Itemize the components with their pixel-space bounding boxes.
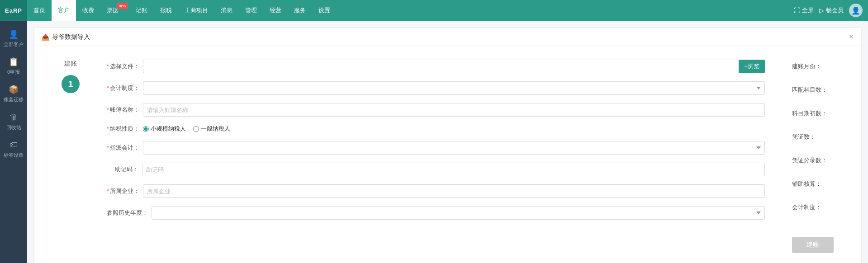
match-subjects-row: 匹配科目数： <box>792 83 834 97</box>
assign-accountant-label: *指派会计： <box>107 144 139 152</box>
panel-header: 📤 导爷数据导入 <box>34 28 861 46</box>
right-fields: 建账月份： 匹配科目数： 科目期初数： 凭证数： <box>792 60 834 214</box>
form-left: *选择文件： +浏览 *会计制度： <box>107 60 765 253</box>
nav-item-account[interactable]: 记账 <box>129 0 154 21</box>
reference-year-label: 参照历史年度： <box>107 209 148 217</box>
file-select-row: *选择文件： +浏览 <box>107 60 765 73</box>
logo-text: EaRP <box>5 7 22 14</box>
radio-small-taxpayer[interactable]: 小规模纳税人 <box>143 125 186 133</box>
member-button[interactable]: ▷ 畅会员 <box>819 6 844 14</box>
nav-item-home[interactable]: 首页 <box>27 0 52 21</box>
import-panel: 📤 导爷数据导入 × 建账 1 *选择文件： <box>34 28 861 263</box>
build-month-label: 建账月份： <box>792 62 821 70</box>
aux-accounting-row: 辅助核算： <box>792 177 834 191</box>
nav-item-charge[interactable]: 收费 <box>76 0 100 21</box>
main-layout: 👤 全部客户 📋 0申报 📦 账套迁移 🗑 回收站 🏷 标签设置 📤 导爷数据导… <box>0 21 868 263</box>
step-label: 建账 <box>64 60 77 68</box>
import-icon: 📤 <box>42 33 49 41</box>
new-badge: new <box>117 3 128 9</box>
tax-radio-group: 小规模纳税人 一般纳税人 <box>143 125 765 133</box>
fullscreen-icon: ⛶ <box>794 7 800 14</box>
form-right-wrapper: 建账月份： 匹配科目数： 科目期初数： 凭证数： <box>792 60 834 253</box>
sidebar-item-account-migrate[interactable]: 📦 账套迁移 <box>0 80 27 107</box>
panel-title: 导爷数据导入 <box>52 33 90 41</box>
sidebar-item-declaration[interactable]: 📋 0申报 <box>0 52 27 80</box>
voucher-label: 凭证数： <box>792 133 816 141</box>
build-month-row: 建账月份： <box>792 60 834 73</box>
reference-year-row: 参照历史年度： <box>107 206 765 220</box>
sidebar: 👤 全部客户 📋 0申报 📦 账套迁移 🗑 回收站 🏷 标签设置 <box>0 21 27 263</box>
ledger-name-input[interactable] <box>143 103 765 117</box>
nav-item-customer[interactable]: 客户 <box>52 0 76 21</box>
tax-type-label: *纳税性质： <box>107 125 139 133</box>
fullscreen-button[interactable]: ⛶ 全屏 <box>794 6 814 14</box>
form-container: 建账 1 *选择文件： +浏览 <box>34 46 861 263</box>
tax-type-row: *纳税性质： 小规模纳税人 一般纳税人 <box>107 125 765 133</box>
nav-item-settings[interactable]: 设置 <box>312 0 337 21</box>
reference-year-select[interactable] <box>152 206 765 220</box>
browse-button[interactable]: +浏览 <box>739 60 765 73</box>
nav-item-tax[interactable]: 报税 <box>154 0 178 21</box>
file-text-input[interactable] <box>143 60 739 73</box>
sidebar-item-trash[interactable]: 🗑 回收站 <box>0 108 27 135</box>
aux-accounting-label: 辅助核算： <box>792 180 821 188</box>
memo-code-row: 助记码： <box>107 163 765 176</box>
migrate-icon: 📦 <box>8 84 19 95</box>
sidebar-item-tag-settings[interactable]: 🏷 标签设置 <box>0 135 27 163</box>
voucher-entries-label: 凭证分录数： <box>792 156 827 164</box>
trash-icon: 🗑 <box>8 112 19 123</box>
nav-items: 首页 客户 收费 票据 new 记账 报税 工商项目 消息 管理 经营 <box>27 0 794 21</box>
play-icon: ▷ <box>819 7 824 14</box>
avatar[interactable]: 👤 <box>849 4 863 17</box>
owner-company-input[interactable] <box>143 184 765 198</box>
declaration-icon: 📋 <box>8 56 19 67</box>
voucher-row: 凭证数： <box>792 130 834 144</box>
ledger-name-row: *账簿名称： <box>107 103 765 117</box>
nav-item-service[interactable]: 服务 <box>288 0 312 21</box>
file-input-row: +浏览 <box>143 60 765 73</box>
tag-icon: 🏷 <box>8 140 19 150</box>
close-button[interactable]: × <box>849 33 854 41</box>
owner-company-label: *所属企业： <box>107 187 139 195</box>
user-group-icon: 👤 <box>8 29 19 40</box>
content-area: 📤 导爷数据导入 × 建账 1 *选择文件： <box>27 21 868 263</box>
accounting-select[interactable] <box>143 81 765 95</box>
nav-item-operation[interactable]: 经营 <box>263 0 288 21</box>
match-subjects-label: 匹配科目数： <box>792 86 827 94</box>
nav-item-manage[interactable]: 管理 <box>239 0 263 21</box>
build-account-button[interactable]: 建账 <box>792 237 834 253</box>
radio-general-taxpayer[interactable]: 一般纳税人 <box>193 125 230 133</box>
sidebar-item-all-customers[interactable]: 👤 全部客户 <box>0 24 27 52</box>
nav-item-message[interactable]: 消息 <box>214 0 239 21</box>
right-accounting-system-row: 会计制度： <box>792 201 834 214</box>
logo: EaRP <box>0 0 27 21</box>
right-btn-area: 建账 <box>792 228 834 253</box>
nav-right: ⛶ 全屏 ▷ 畅会员 👤 <box>794 4 868 17</box>
ledger-name-label: *账簿名称： <box>107 106 139 114</box>
right-accounting-system-label: 会计制度： <box>792 203 821 211</box>
memo-code-input[interactable] <box>142 163 765 176</box>
voucher-entries-row: 凭证分录数： <box>792 154 834 167</box>
assign-accountant-row: *指派会计： <box>107 141 765 155</box>
owner-company-row: *所属企业： <box>107 184 765 198</box>
accounting-system-row: *会计制度： <box>107 81 765 95</box>
nav-item-ticket[interactable]: 票据 new <box>100 0 129 21</box>
memo-code-label: 助记码： <box>107 165 138 174</box>
step-section: 建账 1 <box>62 60 80 253</box>
initial-subjects-label: 科目期初数： <box>792 109 827 117</box>
top-navigation: EaRP 首页 客户 收费 票据 new 记账 报税 工商项目 消息 管理 <box>0 0 868 21</box>
step-circle: 1 <box>62 75 80 93</box>
accounting-label: *会计制度： <box>107 84 139 92</box>
nav-item-business[interactable]: 工商项目 <box>178 0 214 21</box>
user-icon: 👤 <box>851 6 860 15</box>
initial-subjects-row: 科目期初数： <box>792 107 834 120</box>
assign-accountant-select[interactable] <box>143 141 765 155</box>
file-label: *选择文件： <box>107 62 139 70</box>
